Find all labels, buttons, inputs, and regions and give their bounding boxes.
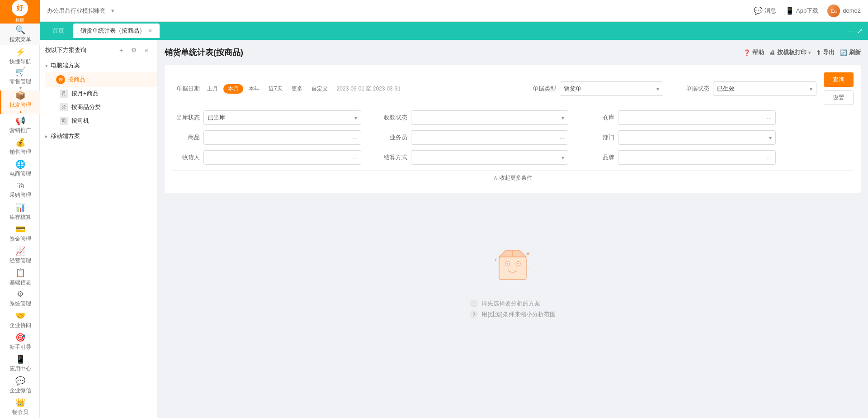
settings-scheme-button[interactable]: ⚙	[129, 45, 139, 55]
ellipsis-icon: ···	[352, 134, 357, 141]
sidebar-item-system[interactable]: ⚙ 系统管理	[0, 288, 40, 309]
guide-icon: 🎯	[15, 332, 25, 342]
warehouse-label: 仓库	[586, 114, 618, 122]
svg-text:✦: ✦	[525, 250, 531, 257]
left-panel-header: 按以下方案查询 + ⚙ «	[40, 45, 157, 59]
brand-input[interactable]: ···	[618, 150, 776, 165]
quick-nav-icon: ⚡	[15, 47, 25, 57]
tab-sales-stat[interactable]: 销货单统计表（按商品） ✕	[73, 24, 160, 38]
export-button[interactable]: ⬆ 导出	[816, 48, 835, 57]
basic-icon: 📋	[15, 268, 25, 278]
message-button[interactable]: 💬 消息	[754, 6, 776, 15]
filter-area: 单据日期 上月 本月 本年 近7天 更多 自定义 2023-03-01 至 20…	[165, 65, 861, 193]
collapse-panel-button[interactable]: «	[142, 45, 151, 55]
dept-select[interactable]	[618, 130, 776, 145]
sidebar-item-label: 新手引导	[9, 343, 31, 351]
sidebar-item-inventory[interactable]: 📊 库存核算	[0, 201, 40, 223]
sidebar-item-apps[interactable]: 📱 应用中心	[0, 353, 40, 375]
tree-item-by-cashier[interactable]: 司 按司机	[45, 114, 157, 128]
doc-type-select[interactable]: 销货单	[560, 81, 663, 96]
window-maximize-icon[interactable]: ⤢	[857, 27, 863, 35]
tab-home[interactable]: 首页	[45, 24, 71, 38]
template-print-button[interactable]: 🖨 按模板打印 ▾	[769, 48, 811, 57]
tree-item-by-month-goods[interactable]: 月 按月+商品	[45, 87, 157, 100]
doc-status-select[interactable]: 已生效	[713, 81, 816, 96]
svg-point-6	[517, 263, 519, 265]
app-download-button[interactable]: 📱 App下载	[785, 6, 818, 15]
sidebar-item-search-menu[interactable]: 🔍 搜索菜单	[0, 24, 40, 45]
tree-desktop-parent[interactable]: ▾ 电脑端方案	[40, 59, 157, 72]
svg-point-5	[506, 263, 508, 265]
sidebar-item-sales[interactable]: 💰 销售管理	[0, 136, 40, 157]
left-panel-actions: + ⚙ «	[116, 45, 151, 55]
user-info[interactable]: Ea demo2	[827, 5, 861, 17]
receipt-status-select[interactable]	[411, 110, 569, 125]
ellipsis-icon: ···	[560, 134, 565, 141]
out-status-select[interactable]: 已出库	[203, 110, 361, 125]
tree-item-by-goods[interactable]: 按 按商品	[45, 72, 157, 87]
sidebar-item-wechat[interactable]: 💬 企业微信	[0, 375, 40, 396]
sidebar-item-basic[interactable]: 📋 基础信息	[0, 266, 40, 288]
left-panel: 按以下方案查询 + ⚙ « ▾ 电脑端方案	[40, 40, 157, 418]
ellipsis-icon: ···	[767, 114, 772, 121]
add-scheme-button[interactable]: +	[116, 45, 126, 55]
filter-item-out-status: 出库状态 已出库	[172, 110, 361, 125]
date-tab-custom[interactable]: 自定义	[308, 84, 331, 94]
collapse-more-conditions-button[interactable]: ∧ 收起更多条件	[172, 170, 854, 185]
salesman-input[interactable]: ···	[411, 130, 569, 145]
date-tab-last-month[interactable]: 上月	[203, 84, 222, 94]
date-tab-this-year[interactable]: 本年	[245, 84, 263, 94]
settlement-select[interactable]	[411, 150, 569, 165]
doc-status-label: 单据状态	[681, 85, 713, 93]
sidebar-item-label: 基础信息	[9, 279, 31, 286]
help-button[interactable]: ❓ 帮助	[743, 48, 764, 57]
sidebar-item-purchase[interactable]: 🛍 采购管理	[0, 179, 40, 201]
date-tab-more[interactable]: 更多	[288, 84, 306, 94]
page-title-row: 销货单统计表(按商品) ❓ 帮助 🖨 按模板打印 ▾ ⬆ 导出	[165, 47, 861, 58]
username: demo2	[843, 7, 861, 14]
inventory-icon: 📊	[15, 203, 25, 213]
search-icon: 🔍	[15, 25, 25, 35]
tree-mobile-parent[interactable]: ▸ 移动端方案	[40, 129, 157, 143]
sidebar-item-ecommerce[interactable]: 🌐 电商管理	[0, 157, 40, 179]
sidebar-item-finance[interactable]: 💳 资金管理	[0, 223, 40, 244]
chevron-down-icon: ▾	[808, 50, 811, 55]
top-header-right: 💬 消息 📱 App下载 Ea demo2	[754, 5, 861, 17]
tree-item-by-category[interactable]: 分 按商品分类	[45, 100, 157, 114]
tab-sales-stat-label: 销货单统计表（按商品）	[80, 27, 145, 35]
svg-rect-0	[499, 257, 526, 280]
content-area: 按以下方案查询 + ⚙ « ▾ 电脑端方案	[40, 40, 868, 418]
refresh-button[interactable]: 🔄 刷新	[840, 48, 861, 57]
sidebar-item-label: 经营管理	[9, 257, 31, 265]
sidebar-item-marketing[interactable]: 📢 营销推广	[0, 114, 40, 136]
sidebar-item-wholesale[interactable]: 📦 批发管理 ▴	[0, 90, 40, 114]
wholesale-icon: 📦	[15, 90, 25, 100]
tab-close-icon[interactable]: ✕	[148, 28, 152, 34]
date-tab-last-7[interactable]: 近7天	[265, 84, 286, 94]
sidebar-item-guide[interactable]: 🎯 新手引导	[0, 331, 40, 353]
date-tab-this-month[interactable]: 本月	[223, 84, 243, 94]
sidebar-item-operation[interactable]: 📈 经营管理	[0, 244, 40, 266]
sidebar-item-label: 库存核算	[9, 214, 31, 221]
ellipsis-icon: ···	[352, 154, 357, 161]
breadcrumb-dropdown-icon[interactable]: ▾	[111, 7, 114, 14]
window-minimize-icon[interactable]: —	[846, 27, 853, 35]
page-title: 销货单统计表(按商品)	[165, 47, 243, 58]
collapse-label: ∧ 收起更多条件	[493, 174, 532, 182]
sidebar-item-enterprise[interactable]: 🤝 企业协同	[0, 309, 40, 331]
goods-input[interactable]: ···	[203, 130, 361, 145]
settings-button[interactable]: 设置	[824, 90, 854, 105]
svg-text:✦: ✦	[527, 266, 530, 271]
sidebar-item-retail[interactable]: 🛒 零售管理 ▾	[0, 67, 40, 90]
warehouse-input[interactable]: ···	[618, 110, 776, 125]
sidebar-item-member[interactable]: 👑 畅会员	[0, 396, 40, 418]
mobile-icon: 📱	[785, 6, 794, 15]
filter-item-settlement: 结算方式	[379, 150, 569, 165]
consignee-input[interactable]: ···	[203, 150, 361, 165]
chevron-right-icon: ▸	[45, 133, 48, 139]
tree-item-label: 按司机	[71, 117, 89, 125]
query-button[interactable]: 查询	[824, 72, 854, 87]
consignee-label: 收货人	[172, 153, 203, 162]
sidebar-item-quick-nav[interactable]: ⚡ 快捷导航	[0, 45, 40, 67]
purchase-icon: 🛍	[16, 181, 24, 190]
